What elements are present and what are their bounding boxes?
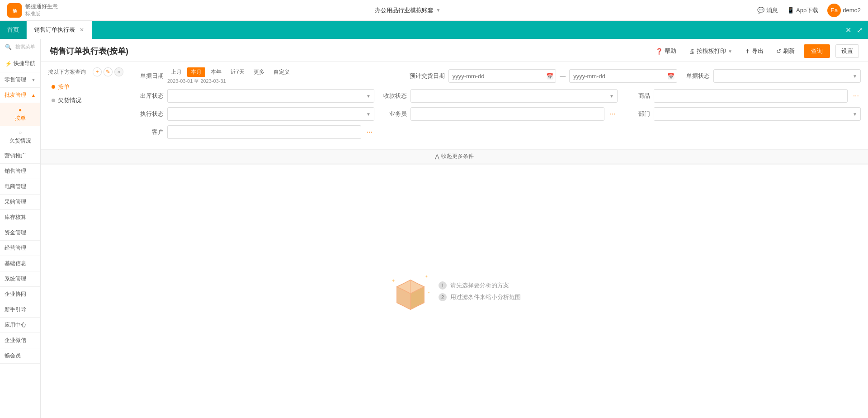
tab-expand-btn[interactable]: ⤢ — [857, 26, 863, 34]
sidebar-ecommerce-label: 电商管理 — [5, 183, 26, 190]
step-1-text: 请先选择要分析的方案 — [450, 281, 509, 290]
print-icon: 🖨 — [689, 48, 695, 55]
exec-status-select[interactable] — [167, 107, 374, 121]
sidebar-item-enterprise-wechat[interactable]: 企业微信 — [0, 333, 40, 348]
expected-date-end-input[interactable] — [569, 69, 677, 83]
sidebar-item-operations[interactable]: 经营管理 — [0, 241, 40, 256]
exec-status-label: 执行状态 — [137, 110, 164, 118]
scheme-add-btn[interactable]: + — [93, 67, 102, 76]
sidebar-item-app-center[interactable]: 应用中心 — [0, 318, 40, 333]
scheme-item-press-order[interactable]: 按单 — [48, 80, 123, 94]
sidebar-item-cooperation[interactable]: 企业协同 — [0, 287, 40, 302]
sidebar-item-ecommerce[interactable]: 电商管理 — [0, 179, 40, 195]
tab-home[interactable]: 首页 — [0, 21, 27, 39]
collapse-bar[interactable]: ⋀ 收起更多条件 — [41, 149, 868, 163]
print-btn[interactable]: 🖨 按模板打印 ▼ — [685, 45, 736, 57]
sidebar-item-marketing[interactable]: 营销推广 — [0, 148, 40, 164]
payment-status-select[interactable] — [410, 89, 618, 103]
scheme-item-debt[interactable]: 欠货情况 — [48, 94, 123, 107]
sidebar-item-sales-mgmt[interactable]: 销售管理 — [0, 164, 40, 179]
date-tab-this-year[interactable]: 本年 — [207, 67, 225, 77]
filter-row-4: 客户 ··· — [137, 125, 861, 139]
logo-area: 畅 畅捷通好生意 标准版 — [7, 3, 58, 18]
company-selector[interactable]: 办公用品行业模拟账套 ▼ — [375, 6, 441, 14]
payment-status-label: 收款状态 — [380, 92, 407, 100]
app-name: 畅捷通好生意 — [25, 3, 58, 10]
sidebar-item-retail-mgmt[interactable]: 零售管理 ▼ — [0, 72, 40, 88]
tab-sales-order[interactable]: 销售订单执行表 ✕ — [27, 21, 92, 39]
tab-home-label: 首页 — [7, 26, 19, 34]
company-dropdown-arrow: ▼ — [436, 8, 441, 13]
filter-fields: 单据日期 上月 本月 本年 近7天 更多 自定义 20 — [129, 67, 861, 143]
sidebar-item-basic-info[interactable]: 基础信息 — [0, 256, 40, 271]
help-btn[interactable]: ❓ 帮助 — [652, 45, 680, 57]
stock-status-select[interactable] — [167, 89, 374, 103]
tab-close-icon[interactable]: ✕ — [80, 27, 84, 33]
sidebar-quick-nav[interactable]: ⚡ 快捷导航 — [0, 55, 40, 72]
user-avatar-area[interactable]: Ea demo2 — [827, 4, 861, 17]
sidebar-item-purchase[interactable]: 采购管理 — [0, 195, 40, 210]
product-input[interactable] — [654, 89, 848, 103]
date-tab-last-7[interactable]: 近7天 — [227, 67, 248, 77]
sidebar-quick-nav-label: 快捷导航 — [14, 60, 35, 67]
sidebar-marketing-label: 营销推广 — [5, 152, 26, 160]
sidebar-wholesale-label: 批发管理 — [5, 91, 26, 99]
scheme-add-icon: + — [95, 69, 99, 75]
sidebar-sub-debt[interactable]: ○ 欠货情况 — [0, 126, 40, 148]
query-btn[interactable]: 查询 — [804, 44, 830, 58]
settings-btn[interactable]: 设置 — [835, 44, 859, 58]
refresh-icon: ↺ — [776, 48, 781, 55]
print-label: 按模板打印 — [697, 47, 726, 55]
tab-close-window-btn[interactable]: ✕ — [845, 26, 851, 34]
expected-date-start-input[interactable] — [448, 69, 556, 83]
product-more-btn[interactable]: ··· — [851, 92, 861, 100]
filter-row-3: 执行状态 ▼ 业务员 ··· 部门 — [137, 107, 861, 121]
export-btn[interactable]: ⬆ 导出 — [741, 45, 767, 57]
sidebar-item-inventory[interactable]: 库存核算 — [0, 210, 40, 225]
scheme-debt-label: 欠货情况 — [58, 96, 81, 104]
step-1-num: 1 — [439, 281, 447, 290]
salesman-more-btn[interactable]: ··· — [608, 110, 618, 118]
sidebar-item-vip[interactable]: 畅会员 — [0, 348, 40, 364]
app-download-btn[interactable]: 📱 App下载 — [787, 6, 818, 14]
date-tab-custom[interactable]: 自定义 — [270, 67, 293, 77]
filter-group-exec-status: 执行状态 ▼ — [137, 107, 374, 121]
filter-group-customer: 客户 ··· — [137, 125, 374, 139]
salesman-input[interactable] — [410, 107, 604, 121]
refresh-btn[interactable]: ↺ 刷新 — [773, 45, 798, 57]
sidebar-item-newbie[interactable]: 新手引导 — [0, 302, 40, 318]
customer-input[interactable] — [167, 125, 361, 139]
scheme-edit-btn[interactable]: ✎ — [104, 67, 113, 76]
sidebar-finance-label: 资金管理 — [5, 229, 26, 237]
content-area: 销售订单执行表(按单) ❓ 帮助 🖨 按模板打印 ▼ ⬆ 导出 ↺ 刷新 — [41, 39, 868, 418]
sidebar-sub-press-order[interactable]: ● 按单 — [0, 103, 40, 126]
help-label: 帮助 — [665, 47, 676, 55]
sidebar-vip-label: 畅会员 — [5, 352, 21, 360]
date-tab-more[interactable]: 更多 — [250, 67, 268, 77]
sidebar-search[interactable]: 🔍 搜索菜单 — [0, 39, 40, 55]
scheme-collapse-icon: « — [118, 69, 121, 75]
debt-label: 欠货情况 — [9, 137, 31, 145]
date-tab-this-month[interactable]: 本月 — [187, 67, 205, 77]
company-name: 办公用品行业模拟账套 — [375, 6, 434, 14]
sidebar-item-system[interactable]: 系统管理 — [0, 271, 40, 287]
stock-status-label: 出库状态 — [137, 92, 164, 100]
sidebar-search-label: 搜索菜单 — [15, 43, 35, 50]
filter-group-payment-status: 收款状态 ▼ — [380, 89, 618, 103]
sidebar-cooperation-label: 企业协同 — [5, 290, 26, 298]
date-tab-last-month[interactable]: 上月 — [167, 67, 185, 77]
collapse-label: 收起更多条件 — [441, 152, 474, 160]
customer-more-btn[interactable]: ··· — [365, 128, 374, 136]
empty-step-2: 2 用过滤条件来缩小分析范围 — [439, 293, 521, 301]
empty-content: ✦ ✦ ✦ 1 请先选择要分析的方案 2 用过滤条件来缩小分析范围 — [388, 269, 521, 314]
doc-status-select[interactable] — [713, 69, 861, 83]
refresh-label: 刷新 — [783, 47, 795, 55]
scheme-inactive-dot — [52, 99, 55, 102]
message-btn[interactable]: 💬 消息 — [757, 6, 778, 14]
filter-inner: 按以下方案查询 + ✎ « — [41, 62, 868, 149]
app-logo: 畅 — [7, 3, 22, 18]
dept-select[interactable] — [654, 107, 861, 121]
sidebar-item-finance[interactable]: 资金管理 — [0, 225, 40, 241]
sidebar-item-wholesale-mgmt[interactable]: 批发管理 ▲ — [0, 88, 40, 103]
scheme-collapse-btn[interactable]: « — [114, 67, 123, 76]
